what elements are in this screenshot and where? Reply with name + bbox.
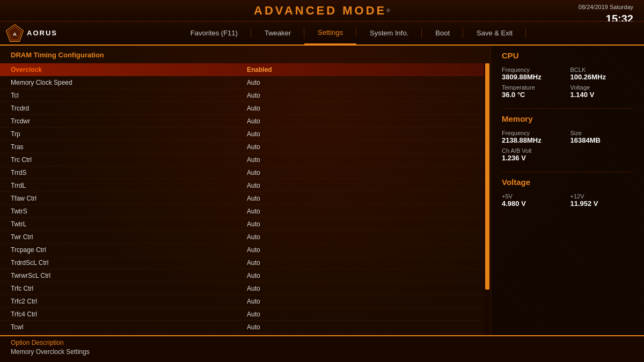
row-name-4: Trcdwr	[0, 117, 247, 125]
row-value-15: Auto	[247, 259, 484, 267]
left-panel: DRAM Timing Configuration OverclockEnabl…	[0, 46, 491, 335]
row-value-4: Auto	[247, 117, 484, 125]
cpu-freq-label: Frequency	[502, 67, 565, 73]
v12-value: 11.952 V	[570, 200, 634, 208]
row-value-16: Auto	[247, 272, 484, 279]
cpu-volt-value: 1.140 V	[570, 91, 634, 99]
mem-size-label: Size	[570, 130, 634, 136]
row-name-16: TwrwrScL Ctrl	[0, 272, 247, 279]
row-value-11: Auto	[247, 208, 484, 215]
config-row-17[interactable]: Trfc CtrlAuto	[0, 282, 484, 295]
cpu-bclk-label: BCLK	[570, 67, 634, 73]
cpu-bclk-col: BCLK 100.26MHz	[570, 67, 634, 81]
nav-item-settings[interactable]: Settings	[304, 21, 356, 45]
nav-item-saveexit[interactable]: Save & Exit	[463, 21, 526, 45]
row-name-15: TrdrdScL Ctrl	[0, 259, 247, 267]
section-title: DRAM Timing Configuration	[0, 46, 491, 63]
mem-chvolt-value: 1.236 V	[502, 154, 633, 162]
cpu-freq-value: 3809.88MHz	[502, 73, 565, 81]
mem-freq-label: Frequency	[502, 130, 565, 136]
logo-area: A AORUS	[0, 24, 59, 42]
config-row-9[interactable]: TrrdLAuto	[0, 179, 484, 192]
memory-grid: Frequency 2138.88MHz Size 16384MB Ch A/B…	[502, 130, 633, 162]
row-value-14: Auto	[247, 246, 484, 254]
mem-freq-value: 2138.88MHz	[502, 136, 565, 144]
row-value-17: Auto	[247, 285, 484, 292]
nav-item-sysinfo[interactable]: System Info.	[356, 21, 422, 45]
scrollbar[interactable]	[484, 63, 491, 335]
config-row-3[interactable]: TrcdrdAuto	[0, 102, 484, 115]
config-row-19[interactable]: Trfc4 CtrlAuto	[0, 308, 484, 321]
mem-chvolt-col: Ch A/B Volt 1.236 V	[502, 147, 633, 162]
row-value-0: Enabled	[247, 66, 484, 73]
option-desc-text: Memory Overclock Settings	[11, 348, 633, 356]
row-value-2: Auto	[247, 92, 484, 99]
cpu-temp-col: Temperature 36.0 °C	[502, 84, 565, 99]
row-value-8: Auto	[247, 169, 484, 176]
config-row-20[interactable]: TcwlAuto	[0, 321, 484, 334]
v12-col: +12V 11.952 V	[570, 193, 634, 208]
mem-size-col: Size 16384MB	[570, 130, 634, 144]
row-name-13: Twr Ctrl	[0, 233, 247, 241]
v5-label: +5V	[502, 193, 565, 200]
row-name-9: TrrdL	[0, 182, 247, 189]
config-row-8[interactable]: TrrdSAuto	[0, 166, 484, 179]
right-panel: CPU Frequency 3809.88MHz BCLK 100.26MHz …	[491, 46, 644, 335]
mem-chvolt-label: Ch A/B Volt	[502, 147, 633, 154]
row-value-9: Auto	[247, 182, 484, 189]
row-value-3: Auto	[247, 105, 484, 112]
voltage-stats: Voltage +5V 4.980 V +12V 11.952 V	[502, 178, 633, 208]
config-row-16[interactable]: TwrwrScL CtrlAuto	[0, 269, 484, 282]
reg-mark: ®	[386, 8, 390, 13]
row-value-13: Auto	[247, 233, 484, 241]
config-row-10[interactable]: Tfaw CtrlAuto	[0, 192, 484, 205]
cpu-bclk-value: 100.26MHz	[570, 73, 634, 81]
config-row-1[interactable]: Memory Clock SpeedAuto	[0, 76, 484, 89]
config-row-11[interactable]: TwtrSAuto	[0, 205, 484, 218]
divider-2	[502, 172, 633, 172]
header: ADVANCED MODE ® 08/24/2019 Saturday 15:3…	[0, 0, 644, 21]
config-row-6[interactable]: TrasAuto	[0, 141, 484, 153]
row-value-7: Auto	[247, 156, 484, 164]
config-row-15[interactable]: TrdrdScL CtrlAuto	[0, 256, 484, 269]
cpu-temp-label: Temperature	[502, 84, 565, 91]
scrollbar-thumb[interactable]	[485, 63, 489, 290]
row-name-5: Trp	[0, 130, 247, 138]
divider-1	[502, 108, 633, 109]
row-name-19: Trfc4 Ctrl	[0, 311, 247, 318]
page-title: ADVANCED MODE	[254, 4, 386, 18]
config-row-2[interactable]: TclAuto	[0, 89, 484, 102]
mem-freq-col: Frequency 2138.88MHz	[502, 130, 565, 144]
v12-label: +12V	[570, 193, 634, 200]
config-rows: OverclockEnabledMemory Clock SpeedAutoTc…	[0, 63, 484, 335]
nav-item-favorites[interactable]: Favorites (F11)	[177, 21, 251, 45]
navigation-bar: A AORUS Favorites (F11) Tweaker Settings…	[0, 21, 644, 46]
cpu-freq-col: Frequency 3809.88MHz	[502, 67, 565, 81]
row-name-7: Trc Ctrl	[0, 156, 247, 164]
main-content: DRAM Timing Configuration OverclockEnabl…	[0, 46, 644, 335]
row-value-10: Auto	[247, 195, 484, 202]
config-row-5[interactable]: TrpAuto	[0, 128, 484, 141]
option-desc-title: Option Description	[11, 339, 633, 346]
config-row-4[interactable]: TrcdwrAuto	[0, 115, 484, 128]
config-row-12[interactable]: TwtrLAuto	[0, 218, 484, 231]
config-row-0[interactable]: OverclockEnabled	[0, 63, 484, 76]
config-row-7[interactable]: Trc CtrlAuto	[0, 153, 484, 166]
row-name-8: TrrdS	[0, 169, 247, 176]
config-row-13[interactable]: Twr CtrlAuto	[0, 231, 484, 243]
row-value-5: Auto	[247, 130, 484, 138]
row-name-1: Memory Clock Speed	[0, 79, 247, 86]
cpu-volt-col: Voltage 1.140 V	[570, 84, 634, 99]
cpu-stats: CPU Frequency 3809.88MHz BCLK 100.26MHz …	[502, 51, 633, 99]
nav-item-tweaker[interactable]: Tweaker	[251, 21, 304, 45]
row-name-14: Trcpage Ctrl	[0, 246, 247, 254]
row-name-2: Tcl	[0, 92, 247, 99]
config-row-18[interactable]: Trfc2 CtrlAuto	[0, 295, 484, 308]
row-name-11: TwtrS	[0, 208, 247, 215]
row-name-10: Tfaw Ctrl	[0, 195, 247, 202]
row-value-1: Auto	[247, 79, 484, 86]
config-row-14[interactable]: Trcpage CtrlAuto	[0, 243, 484, 256]
nav-item-boot[interactable]: Boot	[422, 21, 463, 45]
memory-title: Memory	[502, 114, 633, 125]
mem-size-value: 16384MB	[570, 136, 634, 144]
